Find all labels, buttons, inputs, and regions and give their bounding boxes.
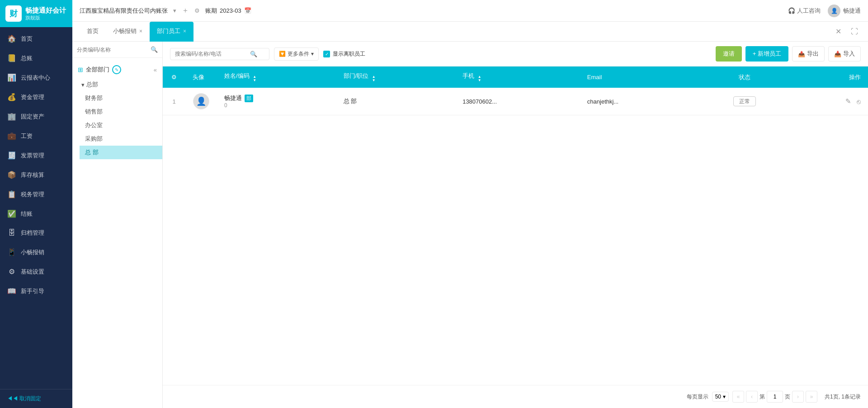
per-page-chevron: ▾ bbox=[723, 394, 726, 400]
period-label: 账期 bbox=[205, 7, 217, 15]
per-page-select[interactable]: 50 ▾ bbox=[712, 392, 729, 402]
prev-page-button[interactable]: ‹ bbox=[746, 391, 758, 403]
logout-staff-button[interactable]: ⎋ bbox=[857, 98, 861, 105]
sidebar-item-基础设置[interactable]: ⚙基础设置 bbox=[0, 262, 72, 281]
staff-search-input[interactable] bbox=[175, 51, 247, 57]
pagination-bar: 每页显示 50 ▾ « ‹ 第 页 › » 共1页, 1条记录 bbox=[163, 385, 868, 408]
dept-search-box: 🔍 bbox=[72, 42, 162, 58]
page-prefix: 第 bbox=[760, 393, 765, 401]
sidebar-item-小畅报销[interactable]: 📱小畅报销 bbox=[0, 242, 72, 262]
add-staff-button[interactable]: + 新增员工 bbox=[745, 46, 788, 62]
nav-icon: ✅ bbox=[7, 209, 16, 218]
invite-button[interactable]: 邀请 bbox=[716, 46, 742, 62]
tab-xiaochang-label: 小畅报销 bbox=[113, 27, 137, 35]
show-resigned-checkbox-label[interactable]: ✓ 显示离职员工 bbox=[323, 50, 365, 58]
nav-label: 结账 bbox=[21, 210, 33, 218]
company-name[interactable]: 江西服宝精品有限责任公司内账张 bbox=[80, 7, 168, 15]
cancel-fixed-button[interactable]: ◀◀ 取消固定 bbox=[0, 389, 72, 408]
sidebar-item-税务管理[interactable]: 📋税务管理 bbox=[0, 185, 72, 204]
toolbar-right: 邀请 + 新增员工 📤 导出 📥 导入 bbox=[716, 46, 861, 62]
tab-xiaochang-report[interactable]: 小畅报销 × bbox=[106, 22, 150, 42]
period-display: 账期 2023-03 📅 bbox=[205, 7, 251, 15]
right-staff-panel: 🔍 🔽 更多条件 ▾ ✓ 显示离职员工 邀请 + 新增员工 📤 导出 bbox=[163, 42, 868, 408]
sidebar-item-固定资产[interactable]: 🏢固定资产 bbox=[0, 107, 72, 126]
page-number-input[interactable] bbox=[767, 391, 783, 403]
sidebar-item-新手引导[interactable]: 📖新手引导 bbox=[0, 281, 72, 301]
table-row: 1 👤 畅捷通 部 bbox=[163, 88, 868, 115]
sidebar-item-结账[interactable]: ✅结账 bbox=[0, 204, 72, 223]
staff-dept-badge: 部 bbox=[245, 95, 253, 102]
dept-purchase[interactable]: 采购部 bbox=[80, 132, 162, 146]
staff-table-body: 1 👤 畅捷通 部 bbox=[163, 88, 868, 115]
row-status-cell: 正常 bbox=[697, 88, 792, 115]
sidebar-item-首页[interactable]: 🏠首页 bbox=[0, 29, 72, 48]
row-avatar-cell: 👤 bbox=[185, 88, 217, 115]
import-label: 导入 bbox=[843, 50, 855, 58]
col-actions: 操作 bbox=[792, 66, 868, 88]
sidebar-item-发票管理[interactable]: 🧾发票管理 bbox=[0, 146, 72, 165]
dept-tree: ⊞ 全部部门 ✎ « ▾ 总部 财务部 销售部 bbox=[72, 58, 162, 408]
settings-icon[interactable]: ⚙ bbox=[194, 7, 200, 14]
collapse-icon[interactable]: « bbox=[154, 66, 157, 73]
first-page-button[interactable]: « bbox=[732, 391, 744, 403]
import-button[interactable]: 📥 导入 bbox=[828, 46, 861, 62]
col-phone-label: 手机 bbox=[462, 72, 474, 79]
next-page-button[interactable]: › bbox=[792, 391, 804, 403]
dept-office[interactable]: 办公室 bbox=[80, 119, 162, 132]
dept-sales[interactable]: 销售部 bbox=[80, 105, 162, 119]
nav-label: 新手引导 bbox=[21, 287, 44, 295]
page-navigation: « ‹ 第 页 › » bbox=[732, 391, 817, 403]
dept-search-input[interactable] bbox=[77, 47, 148, 53]
sidebar-item-工资[interactable]: 💼工资 bbox=[0, 126, 72, 146]
tab-dept-staff[interactable]: 部门员工 × bbox=[150, 22, 193, 42]
user-menu[interactable]: 👤 畅捷通 bbox=[828, 5, 861, 17]
dept-finance[interactable]: 财务部 bbox=[80, 91, 162, 105]
row-phone-cell: 138070602... bbox=[455, 88, 580, 115]
col-dept-label: 部门/职位 bbox=[344, 72, 369, 79]
close-tab-button[interactable]: ✕ bbox=[832, 25, 844, 38]
sidebar-item-云报表中心[interactable]: 📊云报表中心 bbox=[0, 68, 72, 87]
edit-staff-button[interactable]: ✎ bbox=[845, 97, 851, 105]
col-phone[interactable]: 手机 ▲▼ bbox=[455, 66, 580, 88]
tab-home[interactable]: 首页 bbox=[80, 22, 106, 42]
nav-icon: 📖 bbox=[7, 287, 16, 295]
col-settings[interactable]: ⚙ bbox=[163, 66, 185, 88]
sidebar-item-库存核算[interactable]: 📦库存核算 bbox=[0, 165, 72, 185]
edit-dept-badge[interactable]: ✎ bbox=[112, 65, 121, 74]
staff-toolbar: 🔍 🔽 更多条件 ▾ ✓ 显示离职员工 邀请 + 新增员工 📤 导出 bbox=[163, 42, 868, 66]
staff-search-icon[interactable]: 🔍 bbox=[250, 51, 257, 57]
staff-name: 畅捷通 bbox=[224, 94, 242, 102]
nav-icon: 🏢 bbox=[7, 112, 16, 121]
row-actions-cell: ✎ ⎋ bbox=[792, 88, 868, 115]
tab-xiaochang-close[interactable]: × bbox=[139, 28, 142, 34]
nav-label: 归档管理 bbox=[21, 229, 44, 237]
tab-dept-staff-close[interactable]: × bbox=[183, 28, 186, 34]
dept-general[interactable]: 总 部 bbox=[80, 146, 162, 159]
expand-tab-button[interactable]: ⛶ bbox=[848, 25, 861, 38]
sort-dept-icons: ▲▼ bbox=[372, 75, 376, 82]
sidebar-item-归档管理[interactable]: 🗄归档管理 bbox=[0, 223, 72, 242]
dept-finance-label: 财务部 bbox=[85, 94, 103, 102]
headset-icon: 🎧 bbox=[788, 7, 795, 14]
show-resigned-checkbox[interactable]: ✓ bbox=[323, 51, 330, 57]
all-departments-node[interactable]: ⊞ 全部部门 ✎ « bbox=[72, 62, 162, 78]
dept-sales-label: 销售部 bbox=[85, 108, 103, 116]
tab-dept-staff-label: 部门员工 bbox=[157, 27, 180, 35]
add-company-button[interactable]: ＋ bbox=[182, 6, 189, 15]
status-badge: 正常 bbox=[733, 96, 756, 106]
service-label: 人工咨询 bbox=[797, 7, 821, 15]
staff-table: ⚙ 头像 姓名/编码 ▲▼ 部门/职位 ▲▼ 手机 bbox=[163, 66, 868, 115]
calendar-icon[interactable]: 📅 bbox=[244, 7, 251, 14]
export-button[interactable]: 📤 导出 bbox=[792, 46, 825, 62]
dept-head-office[interactable]: ▾ 总部 bbox=[72, 78, 162, 91]
col-name-code[interactable]: 姓名/编码 ▲▼ bbox=[217, 66, 336, 88]
sidebar-item-总账[interactable]: 📒总账 bbox=[0, 48, 72, 68]
dept-office-label: 办公室 bbox=[85, 121, 103, 129]
company-dropdown-icon[interactable]: ▾ bbox=[173, 7, 176, 14]
col-dept-position[interactable]: 部门/职位 ▲▼ bbox=[336, 66, 456, 88]
filter-more-button[interactable]: 🔽 更多条件 ▾ bbox=[274, 47, 319, 61]
sidebar-item-资金管理[interactable]: 💰资金管理 bbox=[0, 87, 72, 107]
dept-search-icon[interactable]: 🔍 bbox=[151, 46, 158, 53]
service-button[interactable]: 🎧 人工咨询 bbox=[788, 7, 821, 15]
last-page-button[interactable]: » bbox=[806, 391, 817, 403]
